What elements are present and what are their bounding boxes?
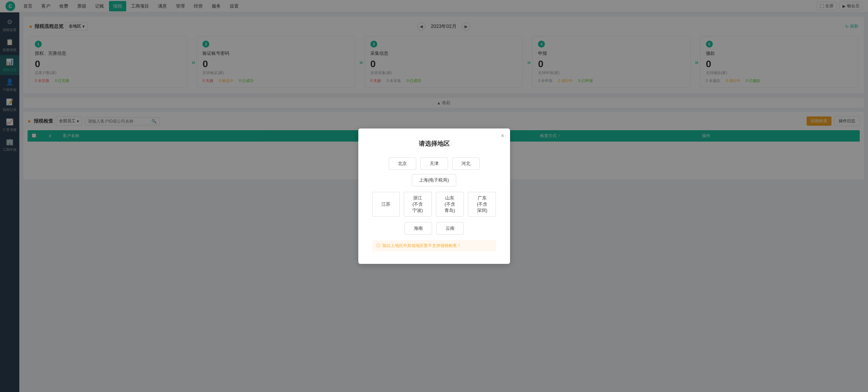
region-row-2: 江苏浙江(不含宁波)山东(不含青岛)广东(不含深圳) [372,192,496,217]
region-btn-北京[interactable]: 北京 [389,157,416,170]
region-row-1: 北京天津河北上海(电子税局) [372,157,496,186]
modal-title: 请选择地区 [372,140,496,148]
region-btn-广东(不含深圳)[interactable]: 广东(不含深圳) [468,192,496,217]
modal-warning: ⓘ 除以上地区外其他地区暂不支持报税检查！ [372,240,496,251]
region-btn-上海(电子税局)[interactable]: 上海(电子税局) [412,174,456,186]
warning-icon: ⓘ [376,243,380,249]
warning-text: 除以上地区外其他地区暂不支持报税检查！ [382,243,461,249]
modal-close-button[interactable]: × [501,133,505,139]
region-btn-天津[interactable]: 天津 [420,157,448,170]
modal-overlay[interactable]: × 请选择地区 北京天津河北上海(电子税局) 江苏浙江(不含宁波)山东(不含青岛… [0,0,868,392]
region-row-3: 海南云南 [372,222,496,235]
region-btn-云南[interactable]: 云南 [436,222,464,235]
region-btn-浙江(不含宁波)[interactable]: 浙江(不含宁波) [404,192,432,217]
region-modal: × 请选择地区 北京天津河北上海(电子税局) 江苏浙江(不含宁波)山东(不含青岛… [358,128,510,264]
region-btn-江苏[interactable]: 江苏 [372,192,400,217]
region-btn-山东(不含青岛)[interactable]: 山东(不含青岛) [436,192,464,217]
region-btn-河北[interactable]: 河北 [452,157,480,170]
region-btn-海南[interactable]: 海南 [405,222,432,235]
